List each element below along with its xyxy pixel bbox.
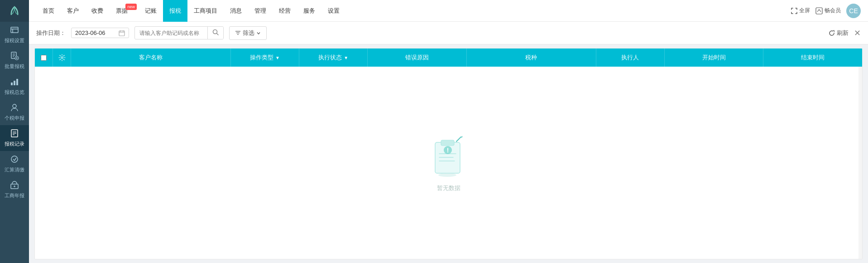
content: 操作日期： — [29, 22, 868, 263]
empty-state: 暂无数据 — [410, 115, 487, 210]
sidebar-item-batch-tax[interactable]: 批量报税 — [0, 48, 29, 73]
filter-button[interactable]: 筛选 — [229, 26, 267, 40]
empty-text: 暂无数据 — [437, 184, 460, 192]
chevron-down-icon — [256, 31, 261, 35]
sidebar-item-tax-settings[interactable]: 报税设置 — [0, 22, 29, 48]
th-checkbox[interactable] — [35, 49, 53, 67]
svg-point-42 — [438, 173, 456, 177]
member-icon — [815, 7, 823, 15]
nav-home[interactable]: 首页 — [36, 0, 61, 22]
nav-manage[interactable]: 管理 — [248, 0, 273, 22]
svg-rect-12 — [16, 79, 18, 85]
main-area: 首页 客户 收费 票据 new 记账 报税 工商项目 消息 管理 经营 服务 设… — [29, 0, 868, 263]
refresh-button[interactable]: 刷新 — [829, 29, 849, 37]
tax-settings-icon — [10, 25, 19, 36]
column-settings-icon — [58, 54, 66, 61]
sidebar-item-annual-report[interactable]: 工商年报 — [0, 177, 29, 203]
tax-summary-icon — [10, 77, 19, 88]
nav-commerce[interactable]: 工商项目 — [187, 0, 224, 22]
th-settings[interactable] — [53, 49, 71, 67]
date-label: 操作日期： — [36, 29, 66, 37]
th-op-type[interactable]: 操作类型 ▼ — [231, 49, 299, 67]
fullscreen-btn[interactable]: 全屏 — [791, 7, 810, 15]
svg-rect-34 — [441, 140, 454, 146]
sidebar-item-tax-summary[interactable]: 报税总览 — [0, 73, 29, 99]
nav-tax[interactable]: 报税 — [163, 0, 187, 22]
fullscreen-icon — [791, 8, 797, 14]
scroll-track[interactable] — [858, 67, 862, 259]
select-all-checkbox[interactable] — [41, 55, 47, 61]
th-end-time: 结束时间 — [763, 49, 862, 67]
sidebar-item-personal-tax[interactable]: 个税申报 — [0, 99, 29, 125]
table-wrap: 客户名称 操作类型 ▼ 执行状态 ▼ 错误原因 税种 执行人 开始时间 结束时间 — [34, 48, 863, 259]
exec-status-sort-icon: ▼ — [344, 55, 348, 60]
tax-records-icon — [10, 129, 19, 139]
th-start-time: 开始时间 — [665, 49, 764, 67]
batch-tax-icon — [10, 51, 19, 62]
invoice-badge: new — [125, 4, 137, 10]
table-header: 客户名称 操作类型 ▼ 执行状态 ▼ 错误原因 税种 执行人 开始时间 结束时间 — [35, 49, 862, 67]
search-icon — [212, 29, 219, 35]
nav-services[interactable]: 服务 — [297, 0, 321, 22]
personal-tax-icon — [10, 103, 19, 113]
nav-billing[interactable]: 收费 — [85, 0, 110, 22]
empty-illustration — [428, 133, 469, 179]
settlement-icon — [10, 155, 19, 165]
svg-rect-11 — [14, 81, 15, 85]
sidebar-item-tax-records[interactable]: 报税记录 — [0, 125, 29, 151]
svg-rect-23 — [119, 31, 125, 36]
search-wrap — [134, 26, 224, 39]
nav-settings[interactable]: 设置 — [321, 0, 346, 22]
svg-rect-10 — [11, 83, 13, 85]
close-button[interactable]: ✕ — [854, 29, 861, 37]
svg-rect-22 — [816, 8, 822, 14]
refresh-icon — [829, 30, 835, 36]
th-tax-type: 税种 — [467, 49, 596, 67]
svg-rect-0 — [11, 27, 18, 33]
nav-customer[interactable]: 客户 — [61, 0, 85, 22]
topnav-right: 全屏 畅会员 CE — [791, 4, 861, 18]
svg-line-28 — [217, 34, 219, 35]
topnav: 首页 客户 收费 票据 new 记账 报税 工商项目 消息 管理 经营 服务 设… — [29, 0, 868, 22]
annual-report-icon — [10, 180, 19, 191]
th-executor: 执行人 — [596, 49, 665, 67]
nav-operations[interactable]: 经营 — [273, 0, 297, 22]
avatar[interactable]: CE — [846, 4, 861, 18]
date-picker[interactable] — [71, 28, 129, 38]
svg-point-18 — [11, 156, 18, 162]
calendar-icon — [119, 30, 125, 36]
toolbar: 操作日期： — [29, 22, 868, 44]
nav-messages[interactable]: 消息 — [224, 0, 248, 22]
svg-line-41 — [456, 137, 461, 141]
th-client-name: 客户名称 — [71, 49, 231, 67]
toolbar-right: 刷新 ✕ — [829, 29, 861, 37]
sidebar: 报税设置 批量报税 报税总览 — [0, 0, 29, 263]
svg-point-40 — [447, 151, 448, 152]
nav-accounts[interactable]: 记账 — [139, 0, 163, 22]
op-type-sort-icon: ▼ — [275, 55, 280, 60]
svg-point-13 — [13, 104, 16, 108]
date-input[interactable] — [75, 29, 116, 36]
th-error-reason: 错误原因 — [368, 49, 467, 67]
member-btn[interactable]: 畅会员 — [815, 7, 841, 15]
search-input[interactable] — [135, 28, 207, 39]
table-body: 暂无数据 — [35, 67, 862, 259]
search-button[interactable] — [207, 27, 223, 39]
svg-point-32 — [61, 57, 63, 58]
sidebar-item-settlement[interactable]: 汇算清缴 — [0, 151, 29, 177]
logo[interactable] — [0, 0, 29, 22]
filter-icon — [235, 30, 241, 36]
th-exec-status[interactable]: 执行状态 ▼ — [299, 49, 368, 67]
nav-invoice[interactable]: 票据 new — [110, 0, 139, 22]
